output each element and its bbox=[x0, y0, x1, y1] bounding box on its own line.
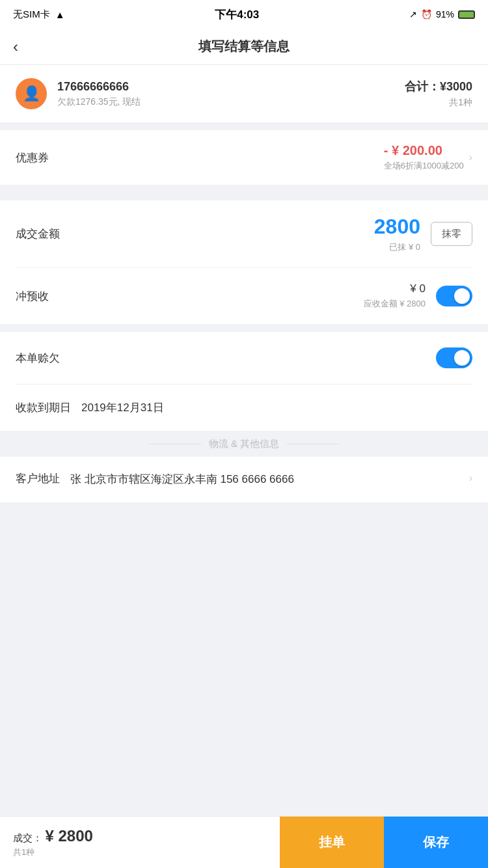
deal-sub: 已抹 ¥ 0 bbox=[374, 241, 420, 253]
battery-bar bbox=[458, 10, 475, 19]
prepay-amount: ¥ 0 bbox=[364, 282, 426, 295]
alarm-icon: ⏰ bbox=[421, 9, 432, 20]
bottom-label-row: 成交： ¥ 2800 bbox=[13, 827, 267, 845]
section-gap-1 bbox=[0, 193, 488, 200]
deal-right: 2800 已抹 ¥ 0 抹零 bbox=[374, 215, 472, 253]
bottom-summary: 成交： ¥ 2800 共1种 bbox=[0, 817, 280, 868]
address-chevron: › bbox=[469, 472, 472, 484]
logistics-line-right bbox=[287, 444, 339, 444]
address-value: 张 北京市市辖区海淀区永丰南 156 6666 6666 bbox=[70, 471, 464, 488]
prepay-sub: 应收金额 ¥ 2800 bbox=[364, 298, 426, 310]
address-label: 客户地址 bbox=[16, 471, 60, 486]
debit-label: 本单赊欠 bbox=[16, 351, 60, 366]
deal-amount: 2800 bbox=[374, 215, 420, 239]
user-phone: 17666666666 bbox=[57, 80, 141, 94]
carrier-label: 无SIM卡 bbox=[13, 8, 50, 21]
prepay-value-wrap: ¥ 0 应收金额 ¥ 2800 bbox=[364, 282, 426, 310]
coupon-amount: - ¥ 200.00 bbox=[384, 143, 464, 158]
battery-label: 91% bbox=[436, 9, 454, 20]
due-date-value: 2019年12月31日 bbox=[81, 400, 164, 415]
user-left: 👤 17666666666 欠款1276.35元, 现结 bbox=[16, 78, 141, 109]
prepay-right: ¥ 0 应收金额 ¥ 2800 bbox=[364, 282, 472, 310]
avatar: 👤 bbox=[16, 78, 47, 109]
coupon-label: 优惠券 bbox=[16, 150, 49, 165]
bottom-deal-label: 成交： bbox=[13, 832, 42, 843]
prepay-toggle[interactable] bbox=[436, 286, 472, 306]
prepay-row: 冲预收 ¥ 0 应收金额 ¥ 2800 bbox=[16, 268, 472, 324]
logistics-line-left bbox=[149, 444, 201, 444]
status-right: ↗ ⏰ 91% bbox=[409, 9, 475, 20]
user-right: 合计：¥3000 共1种 bbox=[405, 79, 472, 109]
deal-value-wrap: 2800 已抹 ¥ 0 bbox=[374, 215, 420, 253]
avatar-icon: 👤 bbox=[23, 85, 40, 102]
prepay-label: 冲预收 bbox=[16, 289, 49, 304]
address-row[interactable]: 客户地址 张 北京市市辖区海淀区永丰南 156 6666 6666 › bbox=[16, 457, 472, 502]
hold-button[interactable]: 挂单 bbox=[280, 817, 384, 868]
debit-row: 本单赊欠 bbox=[16, 332, 472, 385]
location-icon: ↗ bbox=[409, 9, 417, 20]
coupon-right: - ¥ 200.00 全场6折满1000减200 › bbox=[384, 143, 472, 172]
coupon-desc: 全场6折满1000减200 bbox=[384, 160, 464, 172]
wifi-icon: ▲ bbox=[55, 9, 65, 20]
section-gap-2 bbox=[0, 324, 488, 332]
coupon-row[interactable]: 优惠券 - ¥ 200.00 全场6折满1000减200 › bbox=[0, 130, 488, 185]
due-date-label: 收款到期日 bbox=[16, 400, 71, 415]
bottom-bar: 成交： ¥ 2800 共1种 挂单 保存 bbox=[0, 816, 488, 868]
user-debt: 欠款1276.35元, 现结 bbox=[57, 96, 141, 108]
bottom-count: 共1种 bbox=[13, 847, 267, 858]
logistics-text: 物流 & 其他信息 bbox=[209, 438, 279, 450]
debit-toggle[interactable] bbox=[436, 347, 472, 368]
status-bar: 无SIM卡 ▲ 下午4:03 ↗ ⏰ 91% bbox=[0, 0, 488, 29]
debit-section: 本单赊欠 收款到期日 2019年12月31日 bbox=[0, 332, 488, 431]
round-zero-button[interactable]: 抹零 bbox=[431, 222, 472, 246]
status-left: 无SIM卡 ▲ bbox=[13, 8, 65, 21]
page-title: 填写结算等信息 bbox=[198, 38, 290, 55]
logistics-divider: 物流 & 其他信息 bbox=[0, 431, 488, 457]
due-date-row: 收款到期日 2019年12月31日 bbox=[16, 385, 472, 431]
deal-row: 成交金额 2800 已抹 ¥ 0 抹零 bbox=[16, 200, 472, 268]
back-button[interactable]: ‹ bbox=[7, 31, 25, 62]
user-card: 👤 17666666666 欠款1276.35元, 现结 合计：¥3000 共1… bbox=[0, 65, 488, 122]
coupon-chevron: › bbox=[469, 152, 472, 163]
user-info: 17666666666 欠款1276.35元, 现结 bbox=[57, 80, 141, 108]
debit-toggle-knob bbox=[454, 350, 470, 366]
total-amount: 合计：¥3000 bbox=[405, 79, 472, 94]
deal-label: 成交金额 bbox=[16, 226, 60, 241]
address-section: 客户地址 张 北京市市辖区海淀区永丰南 156 6666 6666 › bbox=[0, 457, 488, 502]
nav-bar: ‹ 填写结算等信息 bbox=[0, 29, 488, 65]
bottom-deal-amount: ¥ 2800 bbox=[45, 827, 92, 845]
total-count: 共1种 bbox=[405, 97, 472, 109]
toggle-knob bbox=[454, 288, 470, 304]
save-button[interactable]: 保存 bbox=[384, 817, 488, 868]
logistics-label: 物流 & 其他信息 bbox=[149, 438, 339, 450]
deal-section: 成交金额 2800 已抹 ¥ 0 抹零 冲预收 ¥ 0 应收金额 ¥ 2800 bbox=[0, 200, 488, 324]
spacer bbox=[0, 502, 488, 632]
status-time: 下午4:03 bbox=[215, 7, 259, 22]
